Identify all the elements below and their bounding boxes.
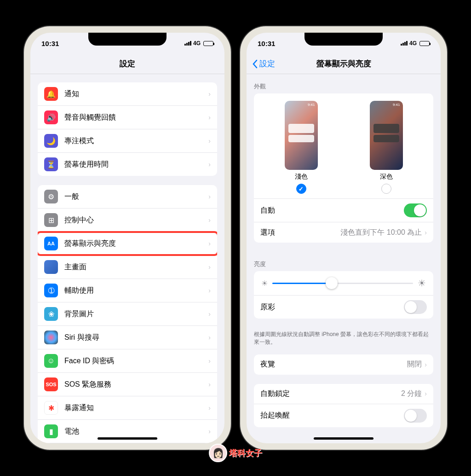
chevron-right-icon: › — [425, 229, 427, 236]
screen-time-icon: ⏳ — [44, 157, 58, 171]
row-display-brightness[interactable]: AA螢幕顯示與亮度› — [38, 232, 217, 255]
radio-unchecked-icon[interactable] — [381, 184, 391, 194]
row-label: 控制中心 — [64, 215, 208, 225]
row-label: 螢幕使用時間 — [64, 160, 208, 169]
row-sos[interactable]: SOSSOS 緊急服務› — [38, 373, 217, 396]
phone-right: 10:31 4G 設定 螢幕顯示與亮度 外觀 9:41 淺色 — [240, 26, 447, 450]
control-center-icon: ⊞ — [44, 213, 58, 227]
row-label: 電池 — [64, 427, 208, 436]
settings-list[interactable]: 🔔通知›🔊聲音與觸覺回饋›🌙專注模式›⏳螢幕使用時間›⚙一般›⊞控制中心›AA螢… — [30, 74, 224, 443]
true-tone-toggle[interactable] — [404, 300, 427, 314]
chevron-right-icon: › — [208, 287, 211, 294]
network-label: 4G — [409, 40, 417, 46]
sos-icon: SOS — [44, 377, 58, 391]
chevron-right-icon: › — [208, 310, 211, 318]
exposure-icon: ✱ — [44, 401, 58, 415]
radio-checked-icon[interactable] — [296, 184, 306, 194]
appearance-dark[interactable]: 9:41 深色 — [370, 101, 403, 194]
battery-icon: ▮ — [44, 424, 58, 438]
row-label: Siri 與搜尋 — [64, 333, 208, 342]
row-sounds[interactable]: 🔊聲音與觸覺回饋› — [38, 106, 217, 129]
chevron-right-icon: › — [208, 381, 211, 388]
row-label: SOS 緊急服務 — [64, 380, 208, 389]
back-button[interactable]: 設定 — [252, 58, 275, 69]
chevron-right-icon: › — [208, 240, 211, 247]
row-exposure[interactable]: ✱暴露通知› — [38, 396, 217, 420]
brightness-header: 亮度 — [247, 252, 441, 271]
display-settings[interactable]: 外觀 9:41 淺色 9:41 深色 自動 — [247, 74, 441, 443]
true-tone-description: 根據周圍光線狀況自動調整 iPhone 螢幕，讓色彩在不同的環境下都看起來一致。 — [247, 328, 441, 346]
watermark-avatar-icon: 👩🏻 — [209, 444, 227, 462]
accessibility-icon: ➀ — [44, 284, 58, 297]
auto-row: 自動 — [254, 199, 433, 222]
sun-small-icon: ☀ — [261, 279, 268, 288]
row-label: 專注模式 — [64, 136, 208, 146]
row-control-center[interactable]: ⊞控制中心› — [38, 209, 217, 232]
row-label: 輔助使用 — [64, 286, 208, 296]
appearance-light[interactable]: 9:41 淺色 — [285, 101, 318, 194]
row-label: Face ID 與密碼 — [64, 356, 208, 366]
row-label: 聲音與觸覺回饋 — [64, 113, 208, 122]
notch — [304, 33, 383, 46]
page-title: 螢幕顯示與亮度 — [316, 58, 371, 69]
chevron-right-icon: › — [208, 404, 211, 412]
face-id-icon: ☺ — [44, 354, 58, 368]
chevron-right-icon: › — [208, 263, 211, 271]
watermark: 👩🏻 塔科女子 — [209, 444, 262, 462]
general-icon: ⚙ — [44, 190, 58, 203]
chevron-right-icon: › — [425, 390, 427, 397]
status-time: 10:31 — [258, 40, 275, 47]
brightness-slider-row: ☀ ☀ — [254, 271, 433, 296]
row-battery[interactable]: ▮電池› — [38, 420, 217, 443]
row-face-id[interactable]: ☺Face ID 與密碼› — [38, 349, 217, 373]
focus-icon: 🌙 — [44, 134, 58, 148]
home-screen-icon — [44, 260, 58, 274]
siri-icon — [44, 331, 58, 344]
options-row[interactable]: 選項 淺色直到下午 10:00 為止 › — [254, 222, 433, 243]
brightness-slider[interactable] — [272, 283, 413, 284]
auto-toggle[interactable] — [404, 203, 427, 217]
display-brightness-icon: AA — [44, 237, 58, 250]
battery-icon — [203, 41, 213, 46]
chevron-right-icon: › — [208, 357, 211, 365]
page-title: 設定 — [120, 58, 135, 69]
raise-to-wake-row: 抬起喚醒 — [254, 404, 433, 427]
sounds-icon: 🔊 — [44, 110, 58, 124]
notifications-icon: 🔔 — [44, 87, 58, 101]
raise-to-wake-toggle[interactable] — [404, 409, 427, 423]
phone-left: 10:31 4G 設定 🔔通知›🔊聲音與觸覺回饋›🌙專注模式›⏳螢幕使用時間›⚙… — [24, 26, 231, 450]
appearance-picker: 9:41 淺色 9:41 深色 — [254, 93, 433, 199]
chevron-right-icon: › — [208, 114, 211, 121]
true-tone-row: 原彩 — [254, 296, 433, 319]
chevron-right-icon: › — [208, 193, 211, 200]
network-label: 4G — [193, 40, 201, 46]
home-indicator[interactable] — [98, 437, 157, 440]
row-label: 背景圖片 — [64, 309, 208, 319]
row-general[interactable]: ⚙一般› — [38, 185, 217, 209]
nav-header: 設定 螢幕顯示與亮度 — [247, 54, 441, 74]
wallpaper-icon: ❀ — [44, 307, 58, 321]
row-label: 暴露通知 — [64, 403, 208, 413]
home-indicator[interactable] — [314, 437, 373, 440]
signal-icon — [401, 41, 408, 46]
row-home-screen[interactable]: 主畫面› — [38, 255, 217, 279]
battery-icon — [419, 41, 430, 46]
chevron-right-icon: › — [425, 361, 427, 368]
chevron-right-icon: › — [208, 90, 211, 98]
row-wallpaper[interactable]: ❀背景圖片› — [38, 302, 217, 326]
auto-lock-row[interactable]: 自動鎖定 2 分鐘 › — [254, 384, 433, 404]
sun-large-icon: ☀ — [418, 278, 426, 289]
row-label: 螢幕顯示與亮度 — [64, 239, 208, 249]
signal-icon — [184, 41, 191, 46]
row-screen-time[interactable]: ⏳螢幕使用時間› — [38, 153, 217, 176]
row-label: 一般 — [64, 192, 208, 202]
row-notifications[interactable]: 🔔通知› — [38, 82, 217, 106]
chevron-right-icon: › — [208, 428, 211, 435]
row-siri[interactable]: Siri 與搜尋› — [38, 326, 217, 349]
row-focus[interactable]: 🌙專注模式› — [38, 129, 217, 153]
row-accessibility[interactable]: ➀輔助使用› — [38, 279, 217, 302]
status-time: 10:31 — [41, 40, 59, 47]
chevron-right-icon: › — [208, 161, 211, 168]
chevron-right-icon: › — [208, 216, 211, 224]
night-shift-row[interactable]: 夜覽 關閉 › — [254, 354, 433, 375]
